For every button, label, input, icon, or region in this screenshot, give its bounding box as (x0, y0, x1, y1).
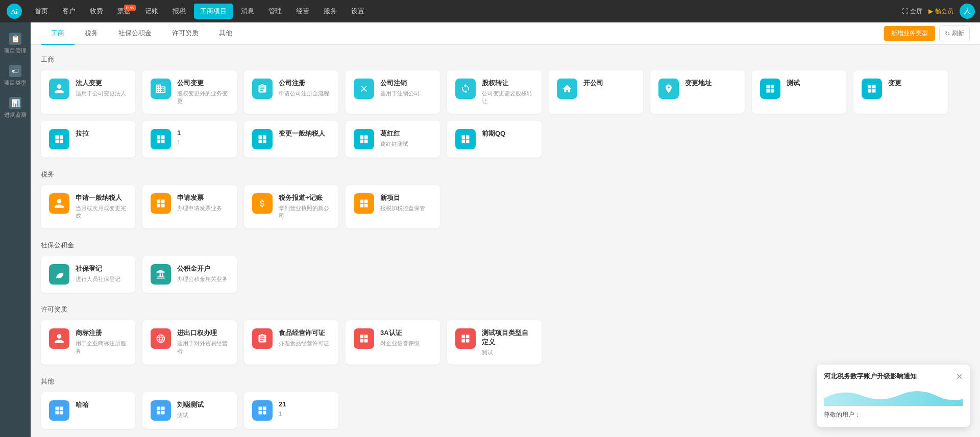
card-info: 刘聪测试 测试 (177, 400, 229, 419)
card-item[interactable]: 进出口权办理 适用于对外贸易经营者 (142, 320, 237, 365)
add-type-button[interactable]: 新增业务类型 (884, 26, 935, 41)
sidebar-item-项目管理[interactable]: 📋 项目管理 (0, 28, 31, 60)
nav-item-工商项目[interactable]: 工商项目 (194, 4, 233, 19)
card-item[interactable]: 葛红红 葛红红测试 (346, 121, 440, 158)
card-item[interactable]: 刘聪测试 测试 (142, 392, 237, 429)
card-info: 公司变更 股权变更外的业务变更 (177, 79, 229, 106)
card-title: 3A认证 (380, 328, 432, 338)
card-icon (49, 193, 69, 214)
card-item[interactable]: 拉拉 (41, 121, 135, 158)
card-item[interactable]: 变更一般纳税人 (244, 121, 338, 158)
card-icon (354, 328, 374, 349)
card-icon (862, 79, 882, 99)
card-desc: 用于企业商标注册服务 (76, 340, 127, 355)
card-icon (455, 328, 476, 349)
refresh-label: 刷新 (952, 29, 964, 38)
nav-item-收费[interactable]: 收费 (84, 4, 109, 19)
card-item[interactable]: 前期QQ (447, 121, 542, 158)
sub-tab-税务[interactable]: 税务 (75, 22, 108, 45)
notification-body: 尊敬的用户： (824, 410, 963, 420)
fullscreen-icon: ⛶ (902, 8, 908, 15)
card-desc: 拿到营业执照的新公司 (279, 204, 330, 220)
refresh-button[interactable]: ↻ 刷新 (939, 25, 970, 41)
card-item[interactable]: 申请一般纳税人 当月或次月成变更完成 (41, 185, 135, 228)
card-title: 法人变更 (76, 79, 127, 88)
card-item[interactable]: 3A认证 对企业信誉评级 (346, 320, 440, 365)
card-info: 1 1 (177, 129, 229, 146)
nav-item-首页[interactable]: 首页 (29, 4, 54, 19)
card-item[interactable]: 税务报道+记账 拿到营业执照的新公司 (244, 185, 338, 228)
nav-item-管理[interactable]: 管理 (262, 4, 288, 19)
sidebar-icon: 📊 (9, 97, 21, 109)
sidebar-item-进度监测[interactable]: 📊 进度监测 (0, 92, 31, 124)
card-item[interactable]: 开公司 (549, 70, 643, 114)
card-item[interactable]: 哈哈 (41, 392, 135, 429)
notification-header: 河北税务数字账户升级影响通知 ✕ (824, 372, 963, 381)
card-item[interactable]: 测试 (752, 70, 846, 114)
card-info: 进出口权办理 适用于对外贸易经营者 (177, 328, 229, 355)
card-item[interactable]: 食品经营许可证 办理食品经营许可证 (244, 320, 338, 365)
card-info: 21 1 (279, 400, 330, 418)
card-desc: 1 (279, 410, 330, 418)
sub-nav-actions: 新增业务类型 ↻ 刷新 (884, 25, 970, 41)
card-desc: 办理食品经营许可证 (279, 340, 330, 347)
nav-item-设置[interactable]: 设置 (345, 4, 371, 19)
card-icon (252, 328, 273, 349)
card-desc: 股权变更外的业务变更 (177, 90, 229, 106)
sub-tab-其他[interactable]: 其他 (209, 22, 242, 45)
sub-tab-工商[interactable]: 工商 (41, 22, 75, 45)
sub-navigation: 工商税务社保公积金许可资质其他 新增业务类型 ↻ 刷新 (31, 22, 980, 45)
nav-item-消息[interactable]: 消息 (235, 4, 260, 19)
card-title: 公积金开户 (177, 264, 229, 273)
card-item[interactable]: 1 1 (142, 121, 237, 158)
sidebar-item-项目类型[interactable]: 🏷 项目类型 (0, 60, 31, 92)
card-item[interactable]: 法人变更 适用于公司变更法人 (41, 70, 135, 114)
card-desc: 进行人员社保登记 (76, 275, 127, 283)
app-logo[interactable]: Ai (5, 2, 23, 20)
card-item[interactable]: 公司注册 申请公司注册全流程 (244, 70, 338, 114)
card-item[interactable]: 测试项目类型自定义 测试 (447, 320, 542, 365)
member-button[interactable]: ▶ 畅会员 (928, 7, 953, 16)
card-info: 前期QQ (482, 129, 533, 140)
section-税务: 税务 申请一般纳税人 当月或次月成变更完成 申请发票 办理申请发票业务 税务报道… (41, 170, 970, 228)
card-item[interactable]: 申请发票 办理申请发票业务 (142, 185, 237, 228)
nav-item-经营[interactable]: 经营 (290, 4, 315, 19)
card-info: 社保登记 进行人员社保登记 (76, 264, 127, 283)
card-icon (252, 193, 273, 214)
sub-tab-许可资质[interactable]: 许可资质 (162, 22, 209, 45)
section-title: 许可资质 (41, 305, 970, 314)
section-社保公积金: 社保公积金 社保登记 进行人员社保登记 公积金开户 办理公积金相关业务 (41, 241, 970, 293)
avatar[interactable]: 人 (960, 4, 975, 19)
card-item[interactable]: 变更地址 (650, 70, 745, 114)
sub-tabs: 工商税务社保公积金许可资质其他 (41, 22, 242, 44)
card-item[interactable]: 21 1 (244, 392, 338, 429)
card-desc: 适用于注销公司 (380, 90, 432, 97)
nav-item-服务[interactable]: 服务 (317, 4, 343, 19)
card-title: 拉拉 (76, 129, 127, 138)
card-desc: 办理公积金相关业务 (177, 275, 229, 283)
card-item[interactable]: 新项目 报税加税控盘保管 (346, 185, 440, 228)
nav-item-客户[interactable]: 客户 (56, 4, 82, 19)
nav-item-记账[interactable]: 记账 (139, 4, 164, 19)
card-title: 税务报道+记账 (279, 193, 330, 202)
card-info: 申请发票 办理申请发票业务 (177, 193, 229, 212)
card-item[interactable]: 公司变更 股权变更外的业务变更 (142, 70, 237, 114)
card-item[interactable]: 公积金开户 办理公积金相关业务 (142, 256, 237, 293)
card-icon (151, 129, 171, 149)
card-item[interactable]: 股权转让 公司变更需要股权转让 (447, 70, 542, 114)
section-许可资质: 许可资质 商标注册 用于企业商标注册服务 进出口权办理 适用于对外贸易经营者 食… (41, 305, 970, 365)
notification-close-button[interactable]: ✕ (956, 372, 963, 381)
card-item[interactable]: 变更 (853, 70, 948, 114)
sidebar-icon: 📋 (9, 33, 21, 45)
card-item[interactable]: 商标注册 用于企业商标注册服务 (41, 320, 135, 365)
card-title: 商标注册 (76, 328, 127, 338)
card-item[interactable]: 社保登记 进行人员社保登记 (41, 256, 135, 293)
card-desc: 1 (177, 139, 229, 146)
nav-item-报税[interactable]: 报税 (166, 4, 192, 19)
card-icon (49, 79, 69, 99)
sidebar-label: 进度监测 (4, 111, 27, 119)
nav-item-票据[interactable]: 票据new (111, 4, 137, 19)
sub-tab-社保公积金[interactable]: 社保公积金 (108, 22, 162, 45)
card-item[interactable]: 公司注销 适用于注销公司 (346, 70, 440, 114)
fullscreen-button[interactable]: ⛶ 全屏 (902, 7, 922, 16)
